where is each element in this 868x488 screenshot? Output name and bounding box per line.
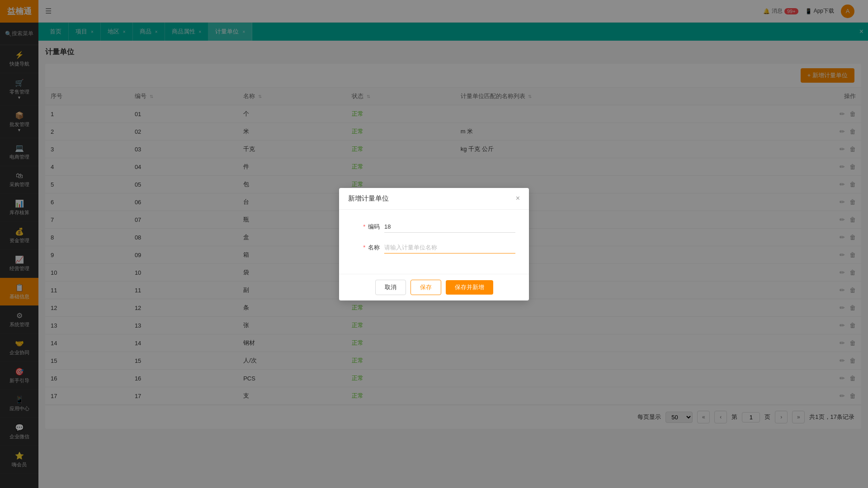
modal-footer: 取消 保存 保存并新增 — [339, 274, 529, 300]
name-label: * 名称 — [353, 244, 380, 252]
modal-header: 新增计量单位 × — [339, 188, 529, 210]
modal-title: 新增计量单位 — [348, 194, 389, 203]
add-unit-modal: 新增计量单位 × * 编码 * 名称 取消 保存 保存并新增 — [339, 188, 529, 300]
save-button[interactable]: 保存 — [410, 280, 441, 295]
required-mark: * — [363, 223, 365, 230]
modal-close-button[interactable]: × — [516, 194, 520, 202]
code-label: * 编码 — [353, 223, 380, 231]
required-mark: * — [363, 244, 365, 251]
modal-overlay[interactable]: 新增计量单位 × * 编码 * 名称 取消 保存 保存并新增 — [0, 0, 868, 488]
name-form-row: * 名称 — [353, 242, 515, 253]
code-form-row: * 编码 — [353, 221, 515, 233]
save-and-new-button[interactable]: 保存并新增 — [446, 280, 493, 295]
code-input[interactable] — [384, 221, 515, 233]
cancel-button[interactable]: 取消 — [375, 280, 406, 295]
modal-body: * 编码 * 名称 — [339, 210, 529, 274]
name-input[interactable] — [384, 242, 515, 253]
